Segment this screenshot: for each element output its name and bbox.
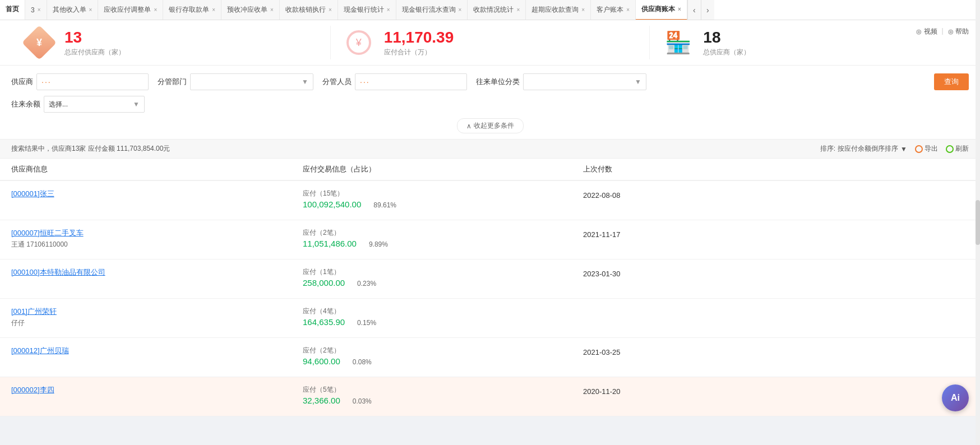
supplier-link-1[interactable]: [000001]张三 <box>11 189 303 199</box>
nav-tab-advance-label: 预收冲应收单 <box>227 5 267 15</box>
payable-suppliers-icon: ¥ <box>22 26 56 59</box>
nav-tab-cash-bank-stat-label: 现金银行统计 <box>344 5 384 15</box>
sort-arrow-icon: ▼ <box>900 145 907 153</box>
summary-bar: ¥ 13 总应付供应商（家） ¥ 11,170.39 应付合计（万） 🏪 18 … <box>0 20 980 66</box>
nav-tab-3-label: 3 <box>31 6 35 14</box>
collapse-button[interactable]: ∧ 收起更多条件 <box>457 118 524 133</box>
export-button[interactable]: 导出 <box>915 144 938 154</box>
result-bar: 搜索结果中，供应商13家 应付金额 111,703,854.00元 排序: 按应… <box>0 140 980 159</box>
trade-amount-2[interactable]: 11,051,486.00 <box>303 239 357 248</box>
payable-amount-text: 11,170.39 应付合计（万） <box>384 28 454 58</box>
ai-button[interactable]: Ai <box>942 384 969 411</box>
query-button[interactable]: 查询 <box>934 73 969 90</box>
trade-info-3: 应付（1笔） 258,000.00 0.23% <box>303 267 583 288</box>
nav-tab-3-close[interactable]: × <box>38 7 41 13</box>
payable-amount-num: 11,170.39 <box>384 28 454 47</box>
nav-tab-cash-bank-flow-close[interactable]: × <box>459 7 462 13</box>
nav-tab-collection-stat-close[interactable]: × <box>516 7 520 13</box>
balance-select[interactable]: 选择... ▼ <box>44 96 145 113</box>
nav-tab-cash-bank-flow[interactable]: 现金银行流水查询 × <box>396 0 468 20</box>
supplier-info-3: [000100]本特勒油品有限公司 <box>11 267 303 277</box>
nav-next-arrow[interactable]: › <box>701 0 714 20</box>
summary-item-payable-suppliers: ¥ 13 总应付供应商（家） <box>11 26 331 59</box>
filter-row-1: 供应商 ··· 分管部门 ▼ 分管人员 ··· 往来单位分类 ▼ <box>11 73 969 90</box>
nav-tab-ap-adjust-close[interactable]: × <box>154 7 157 13</box>
collapse-button-label: 收起更多条件 <box>474 121 514 131</box>
supplier-link-4[interactable]: [001]广州荣轩 <box>11 307 303 317</box>
balance-filter-label: 往来余额 <box>11 99 40 109</box>
person-input[interactable]: ··· <box>355 73 467 90</box>
trade-amount-3[interactable]: 258,000.00 <box>303 278 345 288</box>
trade-label-4: 应付（4笔） <box>303 307 583 316</box>
nav-tab-3[interactable]: 3 × <box>25 0 47 20</box>
supplier-link-6[interactable]: [000002]李四 <box>11 385 303 395</box>
summary-help-links: ◎ 视频 | ◎ 帮助 <box>916 27 969 36</box>
total-suppliers-label: 总供应商（家） <box>703 48 750 57</box>
filter-person: 分管人员 ··· <box>322 73 467 90</box>
nav-tab-supplier-account-label: 供应商账本 <box>641 4 675 14</box>
nav-tab-overdue-query-label: 超期应收款查询 <box>531 5 579 15</box>
filter-balance: 往来余额 选择... ▼ <box>11 96 145 113</box>
supplier-filter-label: 供应商 <box>11 77 33 87</box>
nav-tab-other-income[interactable]: 其他收入单 × <box>47 0 99 20</box>
nav-tab-overdue-query-close[interactable]: × <box>581 7 585 13</box>
video-link[interactable]: ◎ 视频 <box>916 27 937 36</box>
trade-amount-5[interactable]: 94,600.00 <box>303 356 340 366</box>
nav-tab-collection-stat[interactable]: 收款情况统计 × <box>468 0 526 20</box>
supplier-info-4: [001]广州荣轩 仔仔 <box>11 307 303 328</box>
supplier-input[interactable]: ··· <box>36 73 149 90</box>
trade-percent-3: 0.23% <box>357 280 376 288</box>
nav-tab-supplier-account[interactable]: 供应商账本 × <box>636 0 687 20</box>
payable-suppliers-text: 13 总应付供应商（家） <box>64 28 125 58</box>
nav-tab-home[interactable]: 首页 <box>0 0 25 20</box>
nav-tab-other-income-close[interactable]: × <box>89 7 93 13</box>
trade-amount-6[interactable]: 32,366.00 <box>303 396 340 405</box>
trade-percent-1: 89.61% <box>373 201 396 209</box>
sort-control[interactable]: 排序: 按应付余额倒序排序 ▼ <box>820 144 907 154</box>
refresh-button[interactable]: 刷新 <box>946 144 969 154</box>
nav-tab-supplier-account-close[interactable]: × <box>678 6 681 12</box>
supplier-info-2: [000007]恒旺二手叉车 王通 17106110000 <box>11 228 303 249</box>
nav-tab-other-income-label: 其他收入单 <box>53 5 86 15</box>
filter-row-2: 往来余额 选择... ▼ <box>11 96 969 113</box>
supplier-link-3[interactable]: [000100]本特勒油品有限公司 <box>11 267 303 277</box>
help-link[interactable]: ◎ 帮助 <box>948 27 969 36</box>
nav-tab-home-label: 首页 <box>6 4 19 14</box>
balance-select-arrow: ▼ <box>133 100 140 108</box>
category-select[interactable]: ▼ <box>523 73 646 90</box>
supplier-link-5[interactable]: [000012]广州贝瑞 <box>11 346 303 356</box>
nav-tab-bank-deposit[interactable]: 银行存取款单 × <box>163 0 221 20</box>
department-select[interactable]: ▼ <box>190 73 313 90</box>
nav-tab-customer-account[interactable]: 客户账本 × <box>591 0 636 20</box>
trade-info-4: 应付（4笔） 164,635.90 0.15% <box>303 307 583 327</box>
nav-tab-customer-account-close[interactable]: × <box>626 7 630 13</box>
nav-tab-ap-adjust[interactable]: 应收应付调整单 × <box>98 0 163 20</box>
nav-tab-payment-verify-close[interactable]: × <box>329 7 332 13</box>
scrollbar-thumb[interactable] <box>976 200 980 245</box>
department-select-arrow: ▼ <box>302 78 308 86</box>
department-filter-label: 分管部门 <box>158 77 187 87</box>
trade-info-6: 应付（5笔） 32,366.00 0.03% <box>303 385 583 405</box>
table-row: [001]广州荣轩 仔仔 应付（4笔） 164,635.90 0.15% <box>0 299 980 338</box>
nav-tab-advance[interactable]: 预收冲应收单 × <box>221 0 280 20</box>
total-suppliers-icon: 🏪 <box>661 26 695 59</box>
total-suppliers-text: 18 总供应商（家） <box>703 28 750 58</box>
trade-amount-4[interactable]: 164,635.90 <box>303 317 345 327</box>
nav-tab-bank-deposit-close[interactable]: × <box>212 7 215 13</box>
nav-tab-payment-verify[interactable]: 收款核销执行 × <box>280 0 338 20</box>
supplier-link-2[interactable]: [000007]恒旺二手叉车 <box>11 228 303 238</box>
scrollbar-track[interactable] <box>976 0 980 416</box>
trade-percent-4: 0.15% <box>357 319 376 327</box>
nav-tab-cash-bank-stat-close[interactable]: × <box>387 7 390 13</box>
nav-tab-advance-close[interactable]: × <box>270 7 274 13</box>
result-actions: 排序: 按应付余额倒序排序 ▼ 导出 刷新 <box>820 144 969 154</box>
nav-tab-overdue-query[interactable]: 超期应收款查询 × <box>526 0 591 20</box>
sort-label: 排序: <box>820 144 835 154</box>
nav-prev-arrow[interactable]: ‹ <box>687 0 701 20</box>
ai-float-area: Ai <box>942 384 969 411</box>
result-summary-text: 搜索结果中，供应商13家 应付金额 111,703,854.00元 <box>11 144 170 154</box>
nav-tab-cash-bank-stat[interactable]: 现金银行统计 × <box>338 0 396 20</box>
last-payment-3: 2023-01-30 <box>583 267 969 278</box>
trade-amount-1[interactable]: 100,092,540.00 <box>303 200 361 209</box>
trade-label-1: 应付（15笔） <box>303 189 583 198</box>
